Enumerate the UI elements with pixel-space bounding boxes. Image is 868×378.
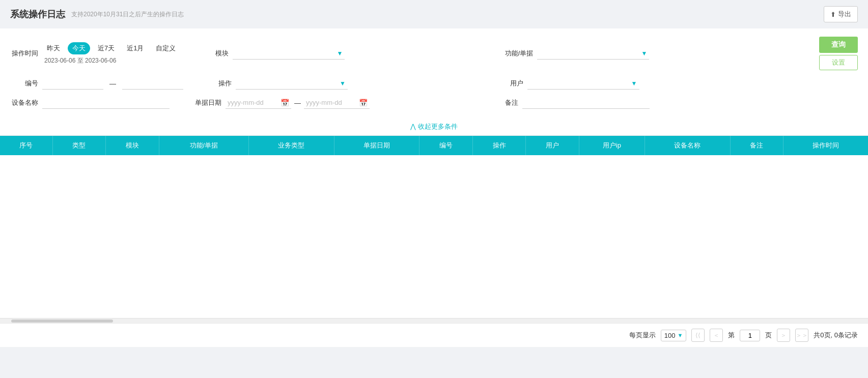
time-btn-today[interactable]: 今天 <box>68 42 90 54</box>
function-select[interactable] <box>537 47 649 59</box>
col-module: 模块 <box>106 136 159 155</box>
collapse-bar[interactable]: ⋀ 收起更多条件 <box>0 118 868 136</box>
number-label: 编号 <box>10 79 38 88</box>
device-label: 设备名称 <box>10 98 38 107</box>
col-seq: 序号 <box>0 136 52 155</box>
col-voucher-date: 单据日期 <box>334 136 419 155</box>
date-separator: — <box>294 99 301 107</box>
number-dash: — <box>109 80 116 88</box>
operation-label: 操作 <box>204 79 232 88</box>
time-content: 昨天 今天 近7天 近1月 自定义 2023-06-06 至 2023-06-0… <box>42 42 180 65</box>
function-label: 功能/单据 <box>505 49 534 58</box>
query-button[interactable]: 查询 <box>819 37 858 53</box>
settings-button[interactable]: 设置 <box>819 55 858 70</box>
time-btn-1month[interactable]: 近1月 <box>122 42 148 54</box>
remark-label: 备注 <box>490 98 518 107</box>
page-title: 系统操作日志 <box>10 8 65 20</box>
date-from-wrapper: 📅 <box>226 97 291 109</box>
col-biz-type: 业务类型 <box>249 136 334 155</box>
scrollbar-thumb[interactable] <box>11 319 113 323</box>
page-size-label: 每页显示 <box>629 331 656 340</box>
col-number: 编号 <box>419 136 472 155</box>
operation-filter: 操作 ▼ <box>204 77 485 90</box>
voucher-date-filter: 单据日期 📅 — 📅 <box>193 97 480 109</box>
col-user-ip: 用户ip <box>579 136 645 155</box>
device-input[interactable] <box>42 97 170 109</box>
time-btn-yesterday[interactable]: 昨天 <box>42 42 65 54</box>
page-header: 系统操作日志 支持2020年10月31日之后产生的操作日志 ⬆ 导出 <box>0 0 868 28</box>
filter-panel: 操作时间 昨天 今天 近7天 近1月 自定义 2023-06-06 至 2023… <box>0 28 868 118</box>
time-buttons: 昨天 今天 近7天 近1月 自定义 <box>42 42 180 54</box>
time-btn-custom[interactable]: 自定义 <box>151 42 180 54</box>
table-header-row: 序号 类型 模块 功能/单据 业务类型 单据日期 编号 操作 用户 用户ip 设… <box>0 136 868 155</box>
number-input-to[interactable] <box>122 77 183 90</box>
action-buttons: 查询 设置 <box>819 37 858 70</box>
col-function: 功能/单据 <box>159 136 248 155</box>
date-to-wrapper: 📅 <box>304 97 370 109</box>
page-unit-label: 页 <box>765 331 772 340</box>
calendar-to-icon[interactable]: 📅 <box>359 99 368 107</box>
horizontal-scrollbar[interactable] <box>0 318 868 323</box>
filter-row-2: 编号 — 操作 ▼ 用户 ▼ <box>10 77 858 90</box>
user-select-wrapper: ▼ <box>527 77 639 90</box>
module-chevron-icon: ▼ <box>337 50 343 57</box>
page-size-select-wrapper[interactable]: 100 ▼ <box>661 330 687 341</box>
module-select[interactable] <box>233 47 345 59</box>
data-table: 序号 类型 模块 功能/单据 业务类型 单据日期 编号 操作 用户 用户ip 设… <box>0 136 868 155</box>
col-remark: 备注 <box>730 136 783 155</box>
user-chevron-icon: ▼ <box>631 80 637 87</box>
calendar-from-icon[interactable]: 📅 <box>281 99 289 107</box>
filter-row-3: 设备名称 单据日期 📅 — 📅 备注 <box>10 97 858 109</box>
page-size-chevron-icon: ▼ <box>677 332 683 338</box>
prev-page-button[interactable]: ＜ <box>710 329 723 342</box>
voucher-date-label: 单据日期 <box>193 98 221 107</box>
time-label: 操作时间 <box>10 49 38 58</box>
date-range: 📅 — 📅 <box>226 97 370 109</box>
last-page-button[interactable]: ＞＞ <box>795 329 808 342</box>
device-filter: 设备名称 <box>10 97 173 109</box>
col-op-time: 操作时间 <box>783 136 868 155</box>
page-size-value: 100 <box>664 332 676 339</box>
first-page-button[interactable]: ⟨⟨ <box>691 329 705 342</box>
next-page-button[interactable]: ＞ <box>777 329 790 342</box>
collapse-icon: ⋀ <box>410 123 416 130</box>
filter-row-1: 操作时间 昨天 今天 近7天 近1月 自定义 2023-06-06 至 2023… <box>10 37 858 70</box>
function-select-wrapper: ▼ <box>537 47 649 60</box>
function-chevron-icon: ▼ <box>641 50 647 57</box>
operation-select[interactable] <box>236 77 348 89</box>
empty-data-area <box>0 155 868 318</box>
operation-chevron-icon: ▼ <box>340 80 346 87</box>
page-label: 第 <box>728 331 735 340</box>
user-filter: 用户 ▼ <box>495 77 777 90</box>
col-type: 类型 <box>52 136 105 155</box>
remark-input[interactable] <box>522 97 650 109</box>
operation-select-wrapper: ▼ <box>236 77 348 90</box>
total-info: 共0页, 0条记录 <box>814 331 858 340</box>
collapse-label: 收起更多条件 <box>418 123 458 130</box>
date-from-input[interactable] <box>228 99 278 106</box>
time-range-text: 2023-06-06 至 2023-06-06 <box>44 56 180 65</box>
table-header: 序号 类型 模块 功能/单据 业务类型 单据日期 编号 操作 用户 用户ip 设… <box>0 136 868 155</box>
page-subtitle: 支持2020年10月31日之后产生的操作日志 <box>71 10 184 19</box>
export-button[interactable]: ⬆ 导出 <box>824 6 858 22</box>
module-filter: 模块 ▼ <box>201 47 494 60</box>
number-input-from[interactable] <box>42 77 103 90</box>
export-icon: ⬆ <box>830 11 836 18</box>
time-filter-group: 操作时间 昨天 今天 近7天 近1月 自定义 2023-06-06 至 2023… <box>10 42 180 65</box>
page-number-input[interactable] <box>740 330 760 341</box>
date-to-input[interactable] <box>306 99 357 106</box>
remark-filter: 备注 <box>490 97 777 109</box>
module-label: 模块 <box>201 49 229 58</box>
function-filter: 功能/单据 ▼ <box>505 47 799 60</box>
number-filter: 编号 — <box>10 77 183 90</box>
col-operation: 操作 <box>472 136 525 155</box>
export-label: 导出 <box>838 10 851 19</box>
col-user: 用户 <box>526 136 579 155</box>
title-area: 系统操作日志 支持2020年10月31日之后产生的操作日志 <box>10 8 184 20</box>
time-btn-7days[interactable]: 近7天 <box>93 42 119 54</box>
user-label: 用户 <box>495 79 523 88</box>
user-select[interactable] <box>527 77 639 89</box>
pagination-bar: 每页显示 100 ▼ ⟨⟨ ＜ 第 页 ＞ ＞＞ 共0页, 0条记录 <box>0 323 868 347</box>
table-container: 序号 类型 模块 功能/单据 业务类型 单据日期 编号 操作 用户 用户ip 设… <box>0 136 868 318</box>
col-device: 设备名称 <box>645 136 730 155</box>
